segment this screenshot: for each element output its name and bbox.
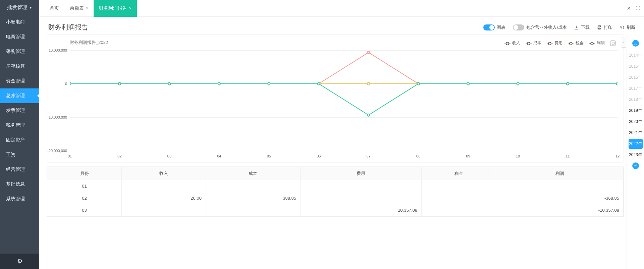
download-label: 下载 bbox=[581, 24, 590, 30]
extra-toggle[interactable]: 包含营业外收入/成本 bbox=[513, 24, 567, 30]
legend-swatch bbox=[568, 43, 574, 44]
x-tick-label: 07 bbox=[367, 154, 371, 158]
chart-save-icon[interactable]: ▢ bbox=[610, 41, 615, 46]
sidebar-item-2[interactable]: 采购管理 bbox=[0, 44, 39, 59]
svg-point-59 bbox=[467, 83, 469, 85]
sidebar-item-0[interactable]: 小畅电商 bbox=[0, 15, 39, 29]
y-tick-label: 10,000,000 bbox=[49, 48, 67, 52]
legend-swatch bbox=[526, 43, 532, 44]
table-header: 费用 bbox=[301, 167, 422, 180]
sidebar-item-3[interactable]: 库存核算 bbox=[0, 59, 39, 74]
refresh-label: 刷新 bbox=[627, 24, 635, 30]
sidebar-item-9[interactable]: 工资 bbox=[0, 147, 39, 162]
table-cell bbox=[421, 204, 496, 216]
svg-point-45 bbox=[367, 83, 370, 85]
legend-item[interactable]: 费用 bbox=[547, 40, 562, 46]
fullscreen-icon[interactable] bbox=[635, 5, 641, 12]
legend-item[interactable]: 税金 bbox=[568, 40, 584, 46]
chart-collapse-handle[interactable]: › bbox=[621, 37, 626, 48]
switch-chart[interactable] bbox=[483, 24, 495, 30]
sidebar-head[interactable]: 批发管理 ▼ bbox=[0, 0, 39, 15]
extra-toggle-label: 包含营业外收入/成本 bbox=[526, 24, 567, 30]
year-option[interactable]: 2021年 bbox=[629, 128, 643, 138]
chart-toggle[interactable]: 图表 bbox=[483, 24, 505, 30]
legend-label: 成本 bbox=[533, 40, 541, 46]
sidebar-item-12[interactable]: 系统管理 bbox=[0, 192, 39, 206]
year-option[interactable]: 2019年 bbox=[629, 106, 643, 116]
sidebar-item-4[interactable]: 资金管理 bbox=[0, 74, 39, 88]
x-tick-label: 09 bbox=[466, 154, 470, 158]
tab-2[interactable]: 财务利润报告× bbox=[94, 0, 137, 17]
table-cell bbox=[496, 180, 624, 192]
tab-1[interactable]: 余额表× bbox=[64, 0, 94, 17]
legend-item[interactable]: 成本 bbox=[526, 40, 541, 46]
tab-0[interactable]: 首页 bbox=[44, 0, 64, 17]
svg-point-56 bbox=[318, 83, 320, 85]
legend-swatch bbox=[504, 43, 511, 44]
table-row: 0310,357.08-10,357.08 bbox=[47, 204, 624, 216]
svg-point-61 bbox=[567, 83, 569, 85]
svg-point-60 bbox=[517, 83, 519, 85]
table-cell bbox=[421, 180, 496, 192]
sidebar-item-10[interactable]: 经营管理 bbox=[0, 162, 39, 177]
table-cell: 10,357.08 bbox=[301, 204, 422, 216]
legend-item[interactable]: 收入 bbox=[504, 40, 520, 46]
refresh-button[interactable]: 刷新 bbox=[620, 24, 635, 30]
sidebar-item-8[interactable]: 固定资产 bbox=[0, 133, 39, 147]
svg-point-33 bbox=[367, 51, 370, 54]
page-title: 财务利润报告 bbox=[48, 23, 88, 32]
table-cell: 03 bbox=[47, 204, 122, 216]
sidebar-item-5[interactable]: 总账管理 bbox=[0, 88, 39, 103]
year-option[interactable]: 2017年 bbox=[629, 84, 643, 93]
legend-swatch bbox=[547, 43, 553, 44]
download-button[interactable]: 下载 bbox=[574, 24, 590, 30]
sidebar-item-11[interactable]: 基础信息 bbox=[0, 177, 39, 192]
table-cell bbox=[301, 192, 422, 204]
chart-legend: 收入成本费用税金利润▢ bbox=[504, 40, 615, 46]
switch-extra[interactable] bbox=[513, 24, 524, 30]
svg-point-58 bbox=[417, 83, 420, 85]
close-icon[interactable]: × bbox=[86, 6, 88, 11]
table-header: 利润 bbox=[496, 167, 624, 180]
table-cell: 01 bbox=[47, 180, 122, 192]
x-tick-label: 10 bbox=[516, 154, 520, 158]
svg-point-53 bbox=[168, 83, 170, 85]
sidebar-settings[interactable]: ⚙ bbox=[0, 254, 39, 269]
x-tick-label: 04 bbox=[217, 154, 221, 158]
chart-card: 财务利润报告_2022 收入成本费用税金利润▢ › -20,000,000-10… bbox=[47, 35, 624, 162]
chevron-down-icon: ▼ bbox=[29, 6, 33, 9]
year-rail: ︽ 2014年2015年2016年2017年2018年2019年2020年202… bbox=[627, 35, 644, 269]
table-cell: 388.85 bbox=[206, 192, 300, 204]
x-tick-label: 03 bbox=[167, 154, 171, 158]
print-button[interactable]: 打印 bbox=[597, 24, 612, 30]
year-option[interactable]: 2023年 bbox=[629, 150, 643, 160]
year-option[interactable]: 2018年 bbox=[629, 95, 643, 105]
refresh-icon bbox=[620, 25, 625, 30]
table-cell: -10,357.08 bbox=[496, 204, 624, 216]
sidebar-item-1[interactable]: 电商管理 bbox=[0, 29, 39, 44]
svg-point-57 bbox=[367, 114, 370, 116]
sidebar-item-7[interactable]: 税务管理 bbox=[0, 118, 39, 133]
year-option[interactable]: 2014年 bbox=[629, 51, 643, 60]
close-icon[interactable]: × bbox=[129, 6, 131, 11]
year-option[interactable]: 2015年 bbox=[629, 62, 643, 71]
tab-bar: 首页余额表×财务利润报告× × bbox=[39, 0, 644, 17]
tab-label: 首页 bbox=[50, 5, 59, 11]
svg-point-62 bbox=[616, 83, 618, 85]
tab-label: 财务利润报告 bbox=[99, 5, 127, 11]
legend-swatch bbox=[589, 43, 595, 44]
table-cell bbox=[301, 180, 422, 192]
year-scroll-down[interactable]: ︾ bbox=[632, 162, 639, 169]
sidebar: 批发管理 ▼ 小畅电商电商管理采购管理库存核算资金管理总账管理发票管理税务管理固… bbox=[0, 0, 39, 269]
table-cell bbox=[122, 204, 206, 216]
year-option[interactable]: 2016年 bbox=[629, 73, 643, 82]
sidebar-item-6[interactable]: 发票管理 bbox=[0, 103, 39, 118]
y-tick-label: -20,000,000 bbox=[47, 149, 67, 153]
year-scroll-up[interactable]: ︽ bbox=[632, 40, 639, 47]
download-icon bbox=[574, 25, 579, 30]
table-row: 0220.00388.85-368.85 bbox=[47, 192, 624, 204]
year-option[interactable]: 2020年 bbox=[629, 117, 643, 127]
close-panel-icon[interactable]: × bbox=[627, 5, 631, 12]
year-option[interactable]: 2022年 bbox=[629, 139, 643, 149]
legend-item[interactable]: 利润 bbox=[589, 40, 605, 46]
